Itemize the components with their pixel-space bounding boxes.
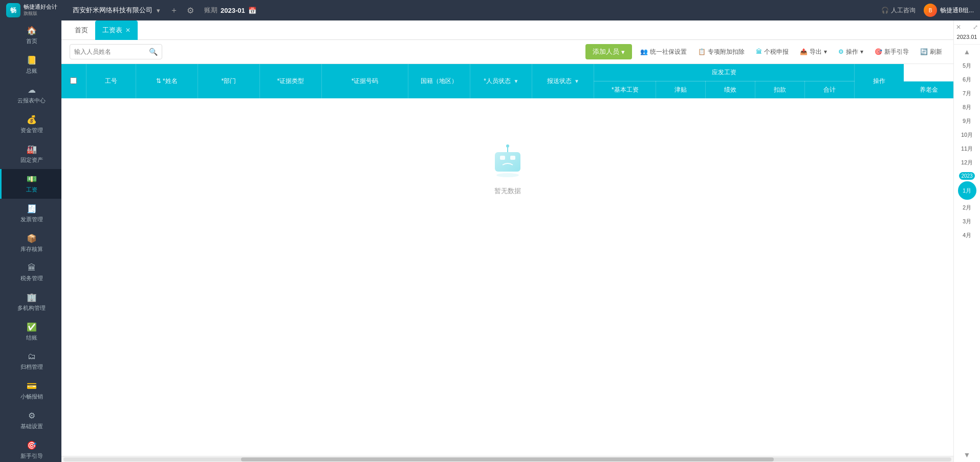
action-deduct[interactable]: 📋 专项附加扣除	[695, 46, 748, 58]
sidebar-item-tax[interactable]: 🏛 税务管理	[0, 258, 61, 287]
action-social[interactable]: 👥 统一社保设置	[637, 46, 690, 58]
month-item-5[interactable]: 5月	[954, 59, 980, 73]
month-item-7[interactable]: 7月	[954, 87, 980, 100]
salary-icon: 💵	[27, 174, 37, 184]
month-item-3[interactable]: 3月	[954, 215, 980, 228]
svg-point-5	[496, 173, 519, 177]
empty-text: 暂无数据	[494, 186, 521, 196]
th-status-label: *人员状态	[484, 77, 511, 85]
search-box[interactable]: 🔍	[70, 44, 162, 59]
calendar-icon[interactable]: 📅	[248, 7, 256, 14]
settings-icon[interactable]: ⚙	[185, 5, 196, 16]
toolbar: 🔍 添加人员 ▾ 👥 统一社保设置 📋 专项附加扣除 🏛 个税申报	[61, 40, 953, 64]
month-item-8[interactable]: 8月	[954, 100, 980, 114]
sidebar-label-multi: 多机构管理	[17, 304, 46, 312]
sidebar-item-cloud[interactable]: ☁ 云报表中心	[0, 80, 61, 110]
cloud-icon: ☁	[28, 85, 36, 95]
month-label-4: 4月	[963, 232, 971, 239]
tab-close-icon[interactable]: ✕	[125, 27, 130, 34]
sidebar-item-archive[interactable]: 🗂 归档管理	[0, 347, 61, 376]
month-label-8: 8月	[963, 103, 971, 111]
th-salary-group: 应发工资	[594, 64, 854, 81]
th-report[interactable]: 报送状态 ▼	[532, 64, 594, 98]
company-dropdown-icon[interactable]: ▾	[157, 7, 160, 14]
user-info[interactable]: B 畅捷通B组...	[924, 4, 974, 17]
sidebar-item-ledger[interactable]: 📒 总账	[0, 50, 61, 80]
search-input[interactable]	[74, 48, 146, 55]
sidebar-label-salary: 工资	[26, 186, 37, 194]
panel-top: ✕ ⤢ 2023.01	[954, 20, 980, 45]
action-export[interactable]: 📤 导出 ▾	[797, 46, 830, 58]
sidebar-item-salary[interactable]: 💵 工资	[0, 169, 61, 199]
month-item-4[interactable]: 4月	[954, 228, 980, 242]
nav-up-arrow[interactable]: ▲	[962, 47, 972, 57]
sidebar-label-assets: 固定资产	[20, 156, 43, 164]
expense-icon: 💳	[27, 381, 37, 391]
sidebar-label-expense: 小畅报销	[20, 393, 43, 401]
sidebar-item-assets[interactable]: 🏭 固定资产	[0, 139, 61, 169]
month-item-12[interactable]: 12月	[954, 156, 980, 170]
funds-icon: 💰	[27, 115, 37, 124]
th-nation-label: 国籍（地区）	[421, 77, 458, 85]
tab-home[interactable]: 首页	[68, 20, 95, 40]
month-item-10[interactable]: 10月	[954, 128, 980, 142]
expand-icon[interactable]: ⤢	[973, 24, 978, 31]
salary-table: 工号 ⇅ *姓名 *部门 *证据类型 *证据号码	[61, 64, 953, 237]
human-service-label: 人工咨询	[891, 6, 916, 15]
sidebar-item-home[interactable]: 🏠 首页	[0, 20, 61, 50]
th-report-label: 报送状态	[547, 77, 572, 85]
th-checkbox[interactable]	[61, 64, 86, 98]
sidebar-label-settle: 结账	[26, 334, 37, 342]
th-name[interactable]: ⇅ *姓名	[136, 64, 198, 98]
action-operate[interactable]: ⚙ 操作 ▾	[835, 46, 866, 58]
th-op: 操作	[854, 64, 904, 98]
month-label-10: 10月	[961, 131, 973, 139]
nav-down-arrow[interactable]: ▼	[962, 450, 972, 460]
company-selector[interactable]: 西安虾米网络科技有限公司 ▾	[73, 6, 160, 15]
action-social-label: 统一社保设置	[650, 48, 687, 56]
sidebar-item-invoice[interactable]: 🧾 发票管理	[0, 199, 61, 228]
sidebar-item-funds[interactable]: 💰 资金管理	[0, 110, 61, 139]
th-id: 工号	[86, 64, 136, 98]
sidebar-item-settle[interactable]: ✅ 结账	[0, 317, 61, 347]
action-tax[interactable]: 🏛 个税申报	[753, 46, 792, 58]
period-label: 账期	[204, 6, 217, 15]
th-base: *基本工资	[594, 81, 656, 99]
month-item-6[interactable]: 6月	[954, 73, 980, 87]
tab-salary[interactable]: 工资表 ✕	[95, 20, 138, 40]
month-item-11[interactable]: 11月	[954, 142, 980, 156]
empty-state: 暂无数据	[61, 98, 953, 237]
add-person-button[interactable]: 添加人员 ▾	[585, 44, 632, 59]
action-refresh-label: 刷新	[930, 48, 942, 56]
sidebar-item-guide[interactable]: 🎯 新手引导	[0, 435, 61, 462]
stock-icon: 📦	[27, 234, 37, 243]
export-icon: 📤	[800, 48, 808, 55]
sidebar-item-expense[interactable]: 💳 小畅报销	[0, 376, 61, 406]
month-label-2: 2月	[963, 204, 971, 212]
add-person-arrow: ▾	[621, 48, 625, 56]
deduct-icon: 📋	[698, 48, 706, 55]
th-salary-group-label: 应发工资	[712, 69, 736, 76]
th-deduct-label: 扣款	[774, 86, 786, 93]
close-panel-x[interactable]: ✕	[956, 24, 961, 31]
human-service-btn[interactable]: 🎧 人工咨询	[881, 6, 916, 15]
scrollbar-track[interactable]	[63, 457, 951, 461]
invoice-icon: 🧾	[27, 204, 37, 214]
sidebar-item-stock[interactable]: 📦 库存核算	[0, 228, 61, 258]
sidebar-item-multi[interactable]: 🏢 多机构管理	[0, 287, 61, 317]
month-item-2[interactable]: 2月	[954, 201, 980, 215]
horizontal-scrollbar[interactable]	[61, 456, 953, 462]
action-tax-label: 个税申报	[764, 48, 789, 56]
select-all-checkbox[interactable]	[70, 77, 77, 84]
header-actions: ＋ ⚙	[168, 5, 196, 16]
th-status[interactable]: *人员状态 ▼	[470, 64, 532, 98]
scrollbar-thumb[interactable]	[241, 457, 774, 461]
month-item-1[interactable]: 1月	[958, 181, 976, 200]
action-refresh[interactable]: 🔄 刷新	[917, 46, 945, 58]
th-pension: 养老金	[904, 81, 953, 99]
add-button[interactable]: ＋	[168, 5, 180, 16]
sidebar-item-settings[interactable]: ⚙ 基础设置	[0, 406, 61, 435]
month-item-9[interactable]: 9月	[954, 114, 980, 128]
sidebar-label-invoice: 发票管理	[20, 216, 43, 223]
action-guide[interactable]: 🎯 新手引导	[872, 46, 912, 58]
